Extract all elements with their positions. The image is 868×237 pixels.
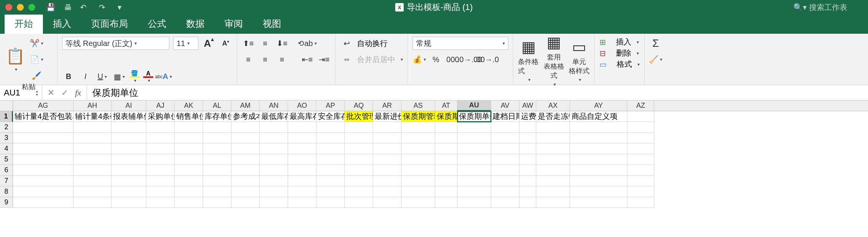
accounting-format-button[interactable]: 💰 xyxy=(413,53,426,66)
cell-AT2[interactable] xyxy=(435,122,457,133)
cell-AM2[interactable] xyxy=(231,122,260,133)
row-header-1[interactable]: 1 xyxy=(0,111,13,122)
cell-AN4[interactable] xyxy=(260,143,288,154)
copy-button[interactable]: 📄 xyxy=(30,53,43,66)
cell-AY3[interactable] xyxy=(570,133,627,143)
cell-AW1[interactable]: 运费 xyxy=(519,111,536,122)
cell-AS4[interactable] xyxy=(401,143,435,154)
cell-AG4[interactable] xyxy=(13,143,74,154)
cell-AZ8[interactable] xyxy=(627,186,654,197)
cell-AI3[interactable] xyxy=(111,133,146,143)
row-header-7[interactable]: 7 xyxy=(0,176,13,186)
cell-AS3[interactable] xyxy=(401,133,435,143)
cell-AU6[interactable] xyxy=(457,165,491,176)
cell-AT4[interactable] xyxy=(435,143,457,154)
col-header-AO[interactable]: AO xyxy=(288,100,316,111)
cell-AH2[interactable] xyxy=(74,122,111,133)
cell-AU5[interactable] xyxy=(457,154,491,165)
cell-AP7[interactable] xyxy=(316,176,345,186)
paste-button[interactable]: 📋 xyxy=(5,46,26,73)
cell-AY7[interactable] xyxy=(570,176,627,186)
tab-数据[interactable]: 数据 xyxy=(176,14,215,34)
cell-AR7[interactable] xyxy=(373,176,401,186)
cell-AJ5[interactable] xyxy=(146,154,175,165)
cell-AN3[interactable] xyxy=(260,133,288,143)
cell-AL7[interactable] xyxy=(203,176,231,186)
cell-AO3[interactable] xyxy=(288,133,316,143)
cell-AS7[interactable] xyxy=(401,176,435,186)
cell-AU3[interactable] xyxy=(457,133,491,143)
col-header-AU[interactable]: AU xyxy=(457,100,491,111)
undo-button[interactable]: ↶ xyxy=(80,3,90,12)
cell-AT8[interactable] xyxy=(435,186,457,197)
cell-AN1[interactable]: 最低库存 xyxy=(260,111,288,122)
cell-AV5[interactable] xyxy=(491,154,519,165)
cell-AP4[interactable] xyxy=(316,143,345,154)
cell-AR4[interactable] xyxy=(373,143,401,154)
minimize-window-button[interactable] xyxy=(17,4,24,11)
cell-AR8[interactable] xyxy=(373,186,401,197)
cell-AZ6[interactable] xyxy=(627,165,654,176)
cell-AH9[interactable] xyxy=(74,197,111,208)
cell-AR5[interactable] xyxy=(373,154,401,165)
qat-customize-button[interactable]: ▾ xyxy=(118,3,121,12)
row-header-5[interactable]: 5 xyxy=(0,154,13,165)
cell-AT1[interactable]: 保质期 xyxy=(435,111,457,122)
zoom-window-button[interactable] xyxy=(28,4,35,11)
cell-AV1[interactable]: 建档日期 xyxy=(491,111,519,122)
cell-AW5[interactable] xyxy=(519,154,536,165)
cell-AN8[interactable] xyxy=(260,186,288,197)
cell-AJ6[interactable] xyxy=(146,165,175,176)
close-window-button[interactable] xyxy=(5,4,12,11)
cell-AT6[interactable] xyxy=(435,165,457,176)
tab-审阅[interactable]: 审阅 xyxy=(215,14,253,34)
cell-AQ8[interactable] xyxy=(345,186,373,197)
align-left-button[interactable]: ≡ xyxy=(242,53,255,66)
col-header-AY[interactable]: AY xyxy=(570,100,627,111)
cell-AR9[interactable] xyxy=(373,197,401,208)
cell-AN9[interactable] xyxy=(260,197,288,208)
cell-AG6[interactable] xyxy=(13,165,74,176)
cell-AL6[interactable] xyxy=(203,165,231,176)
align-top-button[interactable]: ⬆≡ xyxy=(242,37,255,50)
cell-AM4[interactable] xyxy=(231,143,260,154)
delete-cells-button[interactable]: ⊟ 删除 xyxy=(599,48,640,58)
cell-AM5[interactable] xyxy=(231,154,260,165)
cell-AQ3[interactable] xyxy=(345,133,373,143)
cell-AX2[interactable] xyxy=(536,122,570,133)
cell-AY2[interactable] xyxy=(570,122,627,133)
cell-AK8[interactable] xyxy=(175,186,203,197)
cell-AO5[interactable] xyxy=(288,154,316,165)
percent-button[interactable]: % xyxy=(429,53,442,66)
formula-input[interactable]: 保质期单位 xyxy=(87,87,868,99)
cell-AO9[interactable] xyxy=(288,197,316,208)
col-header-AI[interactable]: AI xyxy=(111,100,146,111)
cell-AL4[interactable] xyxy=(203,143,231,154)
cell-AM1[interactable]: 参考成本 xyxy=(231,111,260,122)
cell-AZ1[interactable] xyxy=(627,111,654,122)
cell-AV6[interactable] xyxy=(491,165,519,176)
cut-button[interactable]: ✂️ xyxy=(30,37,43,50)
cell-AY8[interactable] xyxy=(570,186,627,197)
cell-AV3[interactable] xyxy=(491,133,519,143)
insert-cells-button[interactable]: ⊞ 插入 xyxy=(599,37,640,47)
cell-AJ9[interactable] xyxy=(146,197,175,208)
cell-AK2[interactable] xyxy=(175,122,203,133)
cell-AZ9[interactable] xyxy=(627,197,654,208)
cell-AL5[interactable] xyxy=(203,154,231,165)
cell-AM7[interactable] xyxy=(231,176,260,186)
col-header-AL[interactable]: AL xyxy=(203,100,231,111)
cell-AQ9[interactable] xyxy=(345,197,373,208)
cell-AG3[interactable] xyxy=(13,133,74,143)
cell-AQ4[interactable] xyxy=(345,143,373,154)
cell-AT9[interactable] xyxy=(435,197,457,208)
cell-AP9[interactable] xyxy=(316,197,345,208)
cell-AS1[interactable]: 保质期管理 xyxy=(401,111,435,122)
col-header-AS[interactable]: AS xyxy=(401,100,435,111)
fx-icon[interactable]: fx xyxy=(75,88,81,98)
cell-AW2[interactable] xyxy=(519,122,536,133)
cell-AP6[interactable] xyxy=(316,165,345,176)
cell-AI2[interactable] xyxy=(111,122,146,133)
phonetic-button[interactable]: abcA xyxy=(157,70,170,83)
cell-AI9[interactable] xyxy=(111,197,146,208)
